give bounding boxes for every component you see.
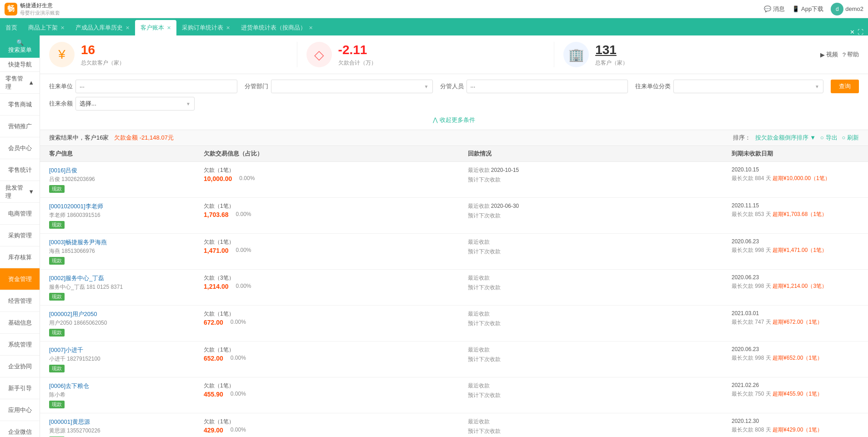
phone-icon: 📱 <box>792 5 799 12</box>
base-info-label: 基础信息 <box>8 319 32 327</box>
retail-stats-label: 零售统计 <box>8 166 32 174</box>
top-header: 畅 畅捷通好生意 母婴行业演示账套 💬 消息 📱 App下载 d demo2 <box>0 0 868 18</box>
customer-name[interactable]: [000002]用户2050 <box>49 310 204 318</box>
overdue-link[interactable]: 超期¥1,471.00（1笔） <box>773 247 827 253</box>
debt-amount-row: 1,214.00 0.00% <box>204 282 468 290</box>
tab-expand-icon[interactable]: ⛶ <box>858 29 863 35</box>
sidebar-item-retail-stats[interactable]: 零售统计 <box>0 159 40 181</box>
dept-label: 分管部门 <box>245 82 268 90</box>
help-btn[interactable]: ? 帮助 <box>843 42 859 67</box>
customer-cell: [000001]黄思源 黄思源 13552700226 现款 <box>49 418 204 437</box>
last-collect-label: 最近收款 2020-10-15 <box>468 166 732 174</box>
customer-name[interactable]: [0001020001]李老师 <box>49 202 204 211</box>
tab-customer-account[interactable]: 客户账本 ✕ <box>135 20 176 35</box>
customer-name[interactable]: [0007]小进千 <box>49 346 204 354</box>
sidebar-item-quick-nav[interactable]: 快捷导航 <box>0 58 40 72</box>
sidebar-item-app-center[interactable]: 应用中心 <box>0 399 40 421</box>
sidebar-item-ecommerce[interactable]: 电商管理 <box>0 203 40 225</box>
debt-cell: 欠款（1笔） 672.00 0.00% <box>204 310 468 326</box>
customer-name[interactable]: [0006]去下粮仓 <box>49 382 204 390</box>
video-btn[interactable]: ▶ 视频 <box>820 42 838 67</box>
sidebar-item-batch-mgmt[interactable]: 批发管理 ▼ <box>0 181 40 203</box>
summary-label-3: 总客户（家） <box>595 59 628 67</box>
dept-select[interactable]: ▼ <box>271 80 433 93</box>
overdue-link[interactable]: 超期¥429.00（1笔） <box>773 427 823 433</box>
tab-close-all-icon[interactable]: ✕ <box>850 29 855 35</box>
overdue-cell: 2020.11.15 最长欠款 853 天 超期¥1,703.68（1笔） <box>732 202 859 218</box>
export-btn[interactable]: ○ 导出 <box>820 134 837 142</box>
tab-product-history[interactable]: 产成品入库单历史 ✕ <box>70 20 135 35</box>
sidebar-search[interactable]: 🔍 搜索菜单 <box>0 35 40 58</box>
sidebar-item-finance[interactable]: 资金管理 <box>0 268 40 290</box>
tab-purchase-stats[interactable]: 进货单统计表（按商品） ✕ <box>236 20 318 35</box>
person-label: 分管人员 <box>440 82 464 90</box>
debt-amount: 455.90 <box>204 391 223 398</box>
overdue-link[interactable]: 超期¥1,214.00（3笔） <box>773 283 827 289</box>
customer-cell: [0002]服务中心_丁磊 服务中心_丁磊 181 0125 8371 现款 <box>49 274 204 301</box>
debt-percent: 0.00% <box>231 355 246 361</box>
filter-row-2: 往来余额 选择... ▼ <box>49 97 859 111</box>
sidebar-item-enterprise[interactable]: 企业协同 <box>0 356 40 377</box>
sidebar-item-weixin[interactable]: 企业微信 <box>0 421 40 437</box>
message-btn[interactable]: 💬 消息 <box>764 5 785 13</box>
tab-product-offshelf[interactable]: 商品上下架 ✕ <box>23 20 70 35</box>
refresh-btn[interactable]: ○ 刷新 <box>842 134 859 142</box>
customer-name[interactable]: [000001]黄思源 <box>49 418 204 426</box>
debt-count: 欠款（1笔） <box>204 238 468 246</box>
balance-select[interactable]: 选择... ▼ <box>75 97 195 111</box>
last-collect-label: 最近收款 <box>468 382 732 390</box>
filter-section: 往来单位 ··· 分管部门 ▼ 分管人员 ··· <box>40 74 868 130</box>
sidebar-item-base-info[interactable]: 基础信息 <box>0 312 40 334</box>
tab-close-icon[interactable]: ✕ <box>309 25 313 31</box>
sort-select[interactable]: 按欠款金额倒序排序 ▼ <box>755 134 816 142</box>
customer-name[interactable]: [0003]畅捷服务尹海燕 <box>49 238 204 246</box>
unit-category-select[interactable]: ▼ <box>673 80 823 93</box>
tab-bar: 首页 商品上下架 ✕ 产成品入库单历史 ✕ 客户账本 ✕ 采购订单统计表 ✕ 进… <box>0 18 868 35</box>
finance-label: 资金管理 <box>8 275 32 283</box>
overdue-link[interactable]: 超期¥1,703.68（1笔） <box>773 211 827 217</box>
sidebar-item-member[interactable]: 会员中心 <box>0 137 40 159</box>
message-label: 消息 <box>773 5 785 13</box>
tab-purchase-order[interactable]: 采购订单统计表 ✕ <box>176 20 236 35</box>
col-recovery: 回款情况 <box>468 150 732 158</box>
summary-actions: ▶ 视频 ? 帮助 <box>820 42 859 67</box>
sidebar-item-marketing[interactable]: 营销推广 <box>0 116 40 137</box>
sidebar-search-label: 搜索菜单 <box>2 46 38 54</box>
overdue-days: 最长欠款 998 天 超期¥1,214.00（3笔） <box>732 282 859 290</box>
debt-cell: 欠款（1笔） 652.00 0.00% <box>204 346 468 362</box>
sidebar-item-retail-mgmt[interactable]: 零售管理 ▲ <box>0 72 40 94</box>
sidebar-item-system[interactable]: 系统管理 <box>0 334 40 356</box>
customer-name[interactable]: [0002]服务中心_丁磊 <box>49 274 204 282</box>
sidebar-item-purchase[interactable]: 采购管理 <box>0 225 40 246</box>
overdue-link[interactable]: 超期¥10,000.00（1笔） <box>773 175 830 181</box>
tab-close-icon[interactable]: ✕ <box>226 25 230 31</box>
tab-customer-account-label: 客户账本 <box>140 24 164 32</box>
overdue-date: 2020.06.23 <box>732 346 859 352</box>
tab-close-icon[interactable]: ✕ <box>60 25 65 31</box>
overdue-link[interactable]: 超期¥455.90（1笔） <box>773 391 823 397</box>
app-download-btn[interactable]: 📱 App下载 <box>792 5 823 13</box>
tab-close-icon[interactable]: ✕ <box>167 25 171 31</box>
sidebar-item-inventory[interactable]: 库存核算 <box>0 246 40 268</box>
from-unit-input[interactable]: ··· <box>75 80 237 93</box>
person-input[interactable]: ··· <box>467 80 628 93</box>
customer-name[interactable]: [0016]吕俊 <box>49 166 204 175</box>
customer-cell: [0006]去下粮仓 陈小希 现款 <box>49 382 204 408</box>
overdue-link[interactable]: 超期¥652.00（1笔） <box>773 355 823 361</box>
sidebar-item-newbie[interactable]: 新手引导 <box>0 377 40 399</box>
user-profile[interactable]: d demo2 <box>831 3 863 15</box>
overdue-link[interactable]: 超期¥672.00（1笔） <box>773 319 823 325</box>
tab-home[interactable]: 首页 <box>0 20 23 35</box>
sidebar-item-ops[interactable]: 经营管理 <box>0 290 40 312</box>
refresh-label: 刷新 <box>847 134 859 141</box>
overdue-date: 2021.02.26 <box>732 382 859 388</box>
arrow-icon: ▲ <box>28 79 34 86</box>
tab-close-icon[interactable]: ✕ <box>125 25 130 31</box>
collapse-btn[interactable]: ⋀ 收起更多条件 <box>49 114 859 126</box>
sidebar: 🔍 搜索菜单 快捷导航 零售管理 ▲ 零售商城 营销推广 会员中心 零售统计 批… <box>0 35 40 437</box>
summary-info-3: 131 总客户（家） <box>595 43 628 67</box>
recovery-cell: 最近收款 2020-06-30 预计下次收款 <box>468 202 732 220</box>
debt-percent: 0.00% <box>231 319 246 325</box>
sidebar-item-retail-mall[interactable]: 零售商城 <box>0 94 40 116</box>
query-button[interactable]: 查询 <box>831 80 859 93</box>
